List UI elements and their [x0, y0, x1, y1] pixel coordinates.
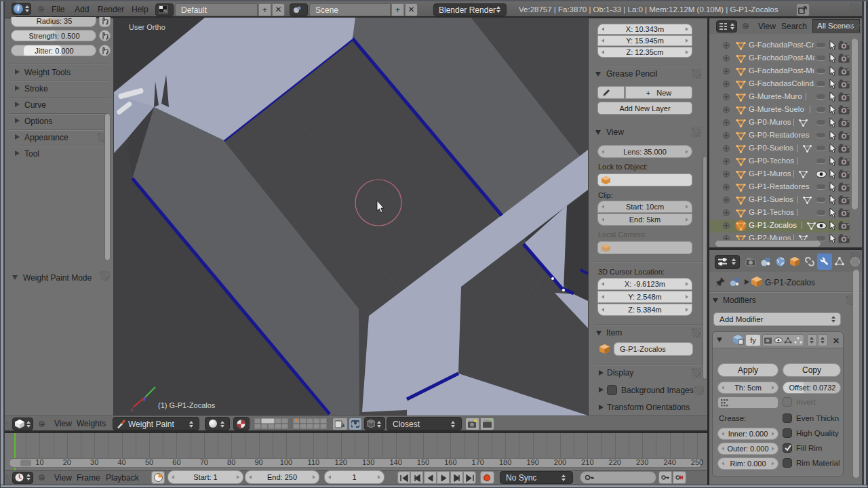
svg-text:(1) G-P1-Zocalos: (1) G-P1-Zocalos	[158, 401, 216, 409]
svg-text:User Ortho: User Ortho	[129, 23, 165, 31]
svg-text:a: a	[341, 422, 344, 428]
svg-text:x: x	[130, 407, 133, 413]
